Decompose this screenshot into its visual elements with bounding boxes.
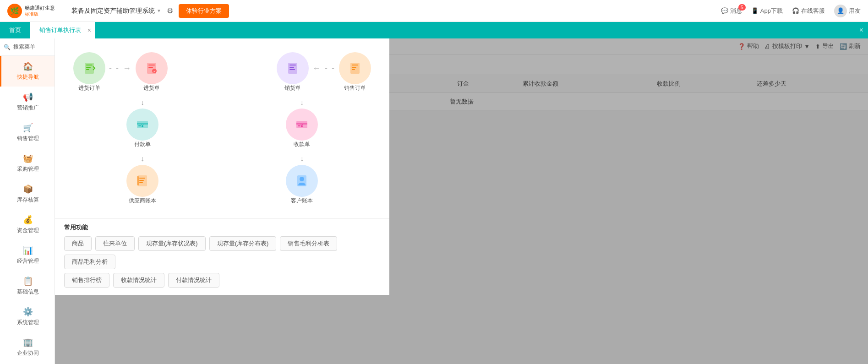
svg-rect-29 [139,182,143,183]
main-layout: 🔍 搜索菜单 🏠 快捷导航 📢 营销推广 🛒 销售管理 🧺 采购管理 📦 库存核… [0,38,868,364]
sidebar-item-finance[interactable]: 💰 资金管理 [0,209,55,240]
common-section: 常用功能 商品 往来单位 现存量(库存状况表) 现存量(库存分布表) 销售毛利分… [55,218,389,295]
tab-sales-execution[interactable]: 销售订单执行表 × [30,22,95,38]
func-buttons-row1: 商品 往来单位 现存量(库存状况表) 现存量(库存分布表) 销售毛利分析表 商品… [64,236,380,269]
func-btn-inventory-status[interactable]: 现存量(库存状况表) [138,236,206,251]
svg-rect-27 [139,178,145,179]
svg-rect-14 [352,65,358,65]
experience-btn[interactable]: 体验行业方案 [179,4,229,18]
service-icon: 🎧 [792,7,799,14]
settings-icon[interactable]: ⚙ [167,6,173,15]
purchase-order-label: 进货订单 [78,84,100,92]
message-btn[interactable]: 💬 消息 5 [721,7,742,15]
tab-home[interactable]: 首页 [0,22,30,38]
app-download-btn[interactable]: 📱 App下载 [751,7,783,15]
customer-ledger-circle[interactable] [286,165,318,197]
sidebar-item-base-info[interactable]: 📋 基础信息 [0,271,55,301]
marketing-icon: 📢 [23,92,33,102]
svg-rect-13 [350,63,360,74]
flow-section: 进货订单 - - → [55,38,389,218]
svg-rect-19 [138,125,141,126]
svg-rect-11 [289,67,294,68]
sidebar-item-system[interactable]: ⚙️ 系统管理 [0,301,55,332]
func-btn-product[interactable]: 商品 [64,236,92,251]
flow-col-purchase-bill: ✓ 进货单 [136,52,168,92]
system-dropdown-icon[interactable]: ▼ [157,8,161,13]
purchase-icon: 🧺 [23,153,33,163]
base-info-icon: 📋 [23,276,33,286]
tab-close-icon[interactable]: × [87,27,91,34]
func-buttons-row2: 销售排行榜 收款情况统计 付款情况统计 [64,273,380,288]
svg-rect-2 [86,67,91,68]
payment-bill-circle[interactable]: ¥ [126,109,158,141]
sidebar-item-quick-nav[interactable]: 🏠 快捷导航 [0,56,55,87]
sales-order-label: 销售订单 [344,84,366,92]
online-service-btn[interactable]: 🎧 在线客服 [792,7,825,15]
supplier-ledger-circle[interactable] [126,165,158,197]
logo-area: 🌿 畅康通好生意 标准版 [7,4,62,18]
user-area[interactable]: 👤 用友 [834,5,861,17]
sidebar-item-marketing[interactable]: 📢 营销推广 [0,87,55,117]
finance-icon: 💰 [23,215,33,225]
svg-rect-26 [137,176,139,185]
header-right: 💬 消息 5 📱 App下载 🎧 在线客服 👤 用友 [721,5,861,17]
sidebar-item-enterprise[interactable]: 🏢 企业协同 [0,332,55,363]
purchase-order-circle[interactable] [73,52,105,84]
logo-icon: 🌿 [7,4,22,18]
func-btn-product-profit[interactable]: 商品毛利分析 [64,255,115,269]
receipt-bill-circle[interactable]: ¥ [286,109,318,141]
sidebar-item-sales[interactable]: 🛒 销售管理 [0,117,55,148]
download-icon: 📱 [751,7,759,14]
search-icon: 🔍 [4,44,11,50]
purchase-bill-circle[interactable]: ✓ [136,52,168,84]
sidebar-item-inventory[interactable]: 📦 库存核算 [0,179,55,209]
receipt-down-arrow: ↓ [300,155,304,163]
inventory-icon: 📦 [23,184,33,194]
sales-bill-label: 销货单 [284,84,301,92]
sales-icon: 🛒 [23,123,33,133]
customer-ledger-label: 客户账本 [291,197,313,205]
operations-icon: 📊 [23,245,33,255]
sidebar-item-purchase[interactable]: 🧺 采购管理 [0,148,55,179]
message-icon: 💬 [721,7,728,14]
payment-down-arrow: ↓ [141,155,144,163]
flow-col-supplier-ledger: 供应商账本 [126,165,158,205]
user-avatar: 👤 [834,5,847,17]
func-btn-inventory-dist[interactable]: 现存量(库存分布表) [209,236,277,251]
svg-rect-9 [288,63,297,74]
search-menu-btn[interactable]: 🔍 搜索菜单 [0,38,55,56]
quick-nav-panel: 进货订单 - - → [55,38,389,295]
receipt-bill-label: 收款单 [294,141,310,148]
purchase-bill-label: 进货单 [143,84,160,92]
svg-text:¥: ¥ [300,124,303,128]
flow-col-customer-ledger: 客户账本 [286,165,318,205]
svg-rect-6 [148,67,153,68]
logo-text: 畅康通好生意 标准版 [25,5,55,17]
flow-col-payment-bill: ¥ 付款单 [126,109,158,148]
func-btn-counterpart[interactable]: 往来单位 [95,236,135,251]
tabs-close-all[interactable]: × [859,26,863,34]
sidebar-item-operations[interactable]: 📊 经营管理 [0,240,55,271]
svg-text:✓: ✓ [153,70,156,74]
sales-order-circle[interactable] [339,52,371,84]
func-btn-sales-rank[interactable]: 销售排行榜 [64,273,109,288]
svg-rect-5 [148,65,155,65]
func-btn-receipt-stats[interactable]: 收款情况统计 [113,273,164,288]
func-btn-payment-stats[interactable]: 付款情况统计 [168,273,219,288]
common-functions-title: 常用功能 [64,223,380,232]
purchase-down-arrow: ↓ [141,98,144,107]
svg-rect-23 [298,125,300,126]
message-badge: 5 [738,4,746,11]
svg-rect-15 [352,67,356,68]
svg-rect-12 [289,69,295,70]
func-btn-sales-profit[interactable]: 销售毛利分析表 [280,236,337,251]
svg-rect-3 [86,69,89,70]
sales-down-arrow: ↓ [300,98,304,107]
svg-rect-1 [86,65,93,65]
modal-overlay: 进货订单 - - → [55,38,868,364]
nav-tabs: 首页 销售订单执行表 × × [0,22,868,38]
sales-bill-circle[interactable] [277,52,309,84]
svg-rect-0 [85,63,94,74]
system-title: 装备及固定资产辅助管理系统 [71,7,155,15]
supplier-ledger-label: 供应商账本 [129,197,156,205]
